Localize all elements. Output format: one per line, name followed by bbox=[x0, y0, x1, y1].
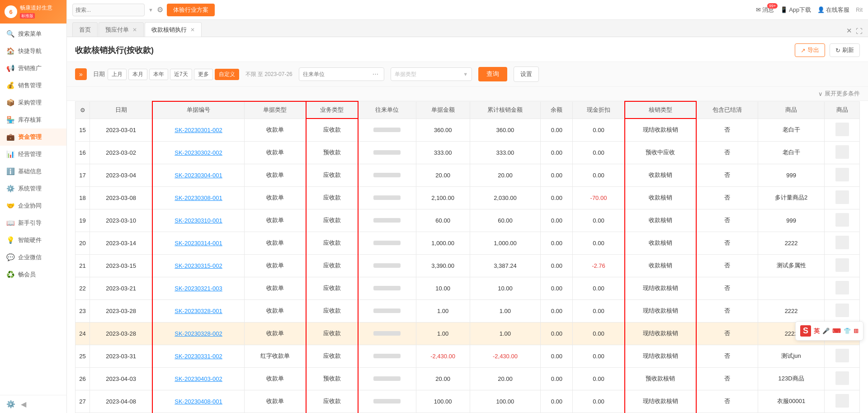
cell-verify-type: 现结收款核销 bbox=[625, 322, 697, 345]
customer-input[interactable] bbox=[303, 71, 371, 77]
cell-bill-no[interactable]: SK-20230304-001 bbox=[152, 164, 244, 186]
cell-cash-discount: -2.76 bbox=[573, 254, 625, 277]
customer-ellipsis-icon[interactable]: ··· bbox=[371, 70, 380, 78]
topbar-gear-icon[interactable]: ⚙ bbox=[157, 5, 163, 14]
cell-cash-discount: 0.00 bbox=[573, 232, 625, 254]
cell-bill-no[interactable]: SK-20230321-003 bbox=[152, 277, 244, 299]
custom-date-btn[interactable]: 自定义 bbox=[215, 69, 239, 80]
settings-icon[interactable]: ⚙️ bbox=[6, 400, 15, 408]
cell-accum-amount: 2,030.00 bbox=[470, 186, 541, 209]
solution-button[interactable]: 体验行业方案 bbox=[167, 4, 215, 16]
expand-more-button[interactable]: ∨ 展开更多条件 bbox=[818, 90, 860, 98]
tab-home[interactable]: 首页 bbox=[72, 22, 98, 37]
sidebar-item-enterprise[interactable]: 🤝 企业协同 bbox=[0, 197, 66, 214]
cell-bill-type: 收款单 bbox=[244, 390, 306, 413]
last-month-btn[interactable]: 上月 bbox=[108, 69, 127, 80]
online-service-link[interactable]: 👤 在线客服 bbox=[817, 6, 849, 14]
tab-close-icon[interactable]: ✕ bbox=[846, 27, 852, 35]
chevron-down-icon: ∨ bbox=[818, 90, 823, 97]
cell-product: 2222 bbox=[758, 299, 824, 322]
mic-icon[interactable]: 🎤 bbox=[822, 328, 830, 334]
cell-date: 2023-03-02 bbox=[90, 141, 153, 164]
cell-bill-type: 收款单 bbox=[244, 232, 306, 254]
cell-bill-no[interactable]: SK-20230331-002 bbox=[152, 345, 244, 367]
sidebar-item-marketing[interactable]: 📢 营销推广 bbox=[0, 60, 66, 77]
col-header-gear[interactable]: ⚙ bbox=[75, 101, 90, 119]
cell-product2 bbox=[825, 209, 860, 232]
query-button[interactable]: 查询 bbox=[478, 67, 507, 81]
cell-product: 老白干 bbox=[758, 141, 824, 164]
collapse-icon[interactable]: ◀ bbox=[21, 400, 26, 408]
sidebar-item-basic[interactable]: ℹ️ 基础信息 bbox=[0, 163, 66, 180]
cell-bill-no[interactable]: SK-20230408-001 bbox=[152, 390, 244, 413]
bill-type-filter-wrap[interactable]: 单据类型 ▼ bbox=[391, 67, 472, 81]
cell-verify-type: 预收款核销 bbox=[625, 367, 697, 390]
sidebar-item-wechat[interactable]: 💬 企业微信 bbox=[0, 249, 66, 266]
tab-prepay[interactable]: 预应付单 ✕ bbox=[99, 22, 144, 37]
sidebar-item-member[interactable]: ♻️ 畅会员 bbox=[0, 266, 66, 283]
app-download-link[interactable]: 📱 App下载 bbox=[780, 6, 811, 14]
tab-expand-icon[interactable]: ⛶ bbox=[856, 27, 863, 35]
cell-bill-no[interactable]: SK-20230308-001 bbox=[152, 186, 244, 209]
sidebar-item-label: 搜索菜单 bbox=[18, 30, 42, 38]
cell-bill-no[interactable]: SK-20230302-002 bbox=[152, 141, 244, 164]
refresh-button[interactable]: ↻ 刷新 bbox=[830, 43, 860, 57]
cell-bill-no[interactable]: SK-20230403-002 bbox=[152, 367, 244, 390]
keyboard-icon[interactable]: ⌨ bbox=[832, 328, 841, 334]
date-filter-label: 日期 bbox=[93, 70, 105, 78]
cell-biz-type: 应收款 bbox=[306, 277, 359, 299]
more-date-btn[interactable]: 更多 bbox=[194, 69, 213, 80]
cell-bill-no[interactable]: SK-20230328-001 bbox=[152, 299, 244, 322]
apps-icon[interactable]: ⊞ bbox=[854, 328, 859, 334]
export-button[interactable]: ↗ 导出 bbox=[795, 43, 825, 57]
table-row: 19 2023-03-10 SK-20230310-001 收款单 应收款 60… bbox=[75, 209, 860, 232]
cell-date: 2023-03-31 bbox=[90, 345, 153, 367]
search-icon: 🔍 bbox=[6, 30, 14, 38]
cell-balance: 0.00 bbox=[541, 186, 573, 209]
this-year-btn[interactable]: 本年 bbox=[149, 69, 168, 80]
cell-bill-no[interactable]: SK-20230328-002 bbox=[152, 322, 244, 345]
cell-product: 999 bbox=[758, 164, 824, 186]
cell-bill-no[interactable]: SK-20230310-001 bbox=[152, 209, 244, 232]
sidebar-item-inventory[interactable]: 🏪 库存核算 bbox=[0, 111, 66, 128]
sidebar-item-hardware[interactable]: 💡 智能硬件 bbox=[0, 232, 66, 249]
cell-product2 bbox=[825, 164, 860, 186]
sidebar-item-shortcuts[interactable]: 🏠 快捷导航 bbox=[0, 43, 66, 60]
topbar: ▼ ⚙ 体验行业方案 ✉ 消息 99+ 📱 App下载 👤 在线客服 Rit bbox=[67, 0, 868, 20]
cell-balance: 0.00 bbox=[541, 322, 573, 345]
cell-bill-no[interactable]: SK-20230315-002 bbox=[152, 254, 244, 277]
cell-cash-discount: 0.00 bbox=[573, 345, 625, 367]
date-range-display: 不限 至 2023-07-26 bbox=[245, 71, 292, 78]
last-7-days-btn[interactable]: 近7天 bbox=[170, 69, 192, 80]
filter-settings-button[interactable]: 设置 bbox=[514, 66, 539, 82]
message-wrap[interactable]: ✉ 消息 99+ bbox=[756, 6, 774, 14]
hardware-icon: 💡 bbox=[6, 236, 14, 244]
tab-collection-close[interactable]: ✕ bbox=[190, 27, 195, 33]
sidebar-item-sales[interactable]: 💰 销售管理 bbox=[0, 77, 66, 94]
sidebar-item-purchase[interactable]: 📦 采购管理 bbox=[0, 94, 66, 111]
tab-prepay-close[interactable]: ✕ bbox=[132, 27, 137, 33]
page-title: 收款核销执行(按收款) bbox=[75, 45, 154, 56]
cell-bill-no[interactable]: SK-20230314-001 bbox=[152, 232, 244, 254]
cell-product2 bbox=[825, 345, 860, 367]
sidebar-item-system[interactable]: ⚙️ 系统管理 bbox=[0, 180, 66, 197]
cell-product: 衣服00001 bbox=[758, 390, 824, 413]
cell-bill-type: 收款单 bbox=[244, 186, 306, 209]
sidebar-item-finance[interactable]: 💼 资金管理 bbox=[0, 128, 66, 146]
cell-bill-no[interactable]: SK-20230301-002 bbox=[152, 119, 244, 141]
sidebar-item-label: 快捷导航 bbox=[18, 47, 42, 55]
cell-verify-type: 现结收款核销 bbox=[625, 345, 697, 367]
cell-accum-amount: 10.00 bbox=[470, 277, 541, 299]
cell-biz-type: 预收款 bbox=[306, 141, 359, 164]
sidebar-item-guide[interactable]: 📖 新手引导 bbox=[0, 214, 66, 232]
this-month-btn[interactable]: 本月 bbox=[128, 69, 147, 80]
tab-collection[interactable]: 收款核销执行 ✕ bbox=[145, 22, 202, 37]
filter-toggle-button[interactable]: » bbox=[75, 68, 87, 80]
cell-biz-type: 应收款 bbox=[306, 186, 359, 209]
sidebar-item-search[interactable]: 🔍 搜索菜单 bbox=[0, 25, 66, 43]
topbar-search-input[interactable] bbox=[75, 7, 142, 13]
sidebar-item-operations[interactable]: 📊 经营管理 bbox=[0, 146, 66, 163]
shirt-icon[interactable]: 👕 bbox=[844, 328, 851, 334]
cell-product: 999 bbox=[758, 209, 824, 232]
cell-biz-type: 应收款 bbox=[306, 299, 359, 322]
